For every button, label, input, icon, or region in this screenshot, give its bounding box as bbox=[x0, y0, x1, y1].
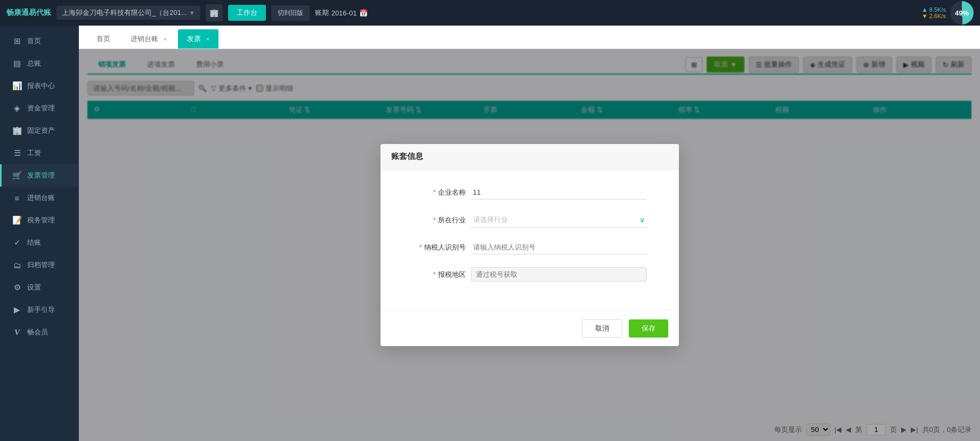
company-name: 上海卯金刀电子科技有限公司_（台201... bbox=[62, 8, 187, 18]
cancel-button[interactable]: 取消 bbox=[582, 319, 622, 338]
sidebar-item-home[interactable]: ⊞ 首页 bbox=[0, 30, 79, 52]
sidebar-item-finance[interactable]: ◈ 资金管理 bbox=[0, 97, 79, 119]
tab-invoice[interactable]: 发票 × bbox=[178, 29, 218, 49]
sidebar-item-archive[interactable]: 🗂 归档管理 bbox=[0, 254, 79, 276]
sidebar-item-label: 固定资产 bbox=[27, 126, 55, 135]
account-info-modal: 账套信息 * 企业名称 * bbox=[380, 144, 679, 346]
ledger-icon: ▤ bbox=[12, 59, 22, 68]
form-row-industry: * 所在行业 请选择行业 ∨ bbox=[412, 212, 647, 228]
sidebar-item-label: 报表中心 bbox=[27, 81, 55, 91]
company-selector[interactable]: 上海卯金刀电子科技有限公司_（台201... ▼ bbox=[56, 6, 200, 20]
archive-icon: 🗂 bbox=[12, 261, 22, 270]
sidebar-item-label: 设置 bbox=[27, 283, 41, 292]
sidebar-item-label: 资金管理 bbox=[27, 103, 55, 113]
building-icon: 🏢 bbox=[209, 9, 218, 17]
tab-purchase-close[interactable]: × bbox=[164, 36, 167, 42]
sidebar-item-label: 税务管理 bbox=[27, 215, 55, 225]
app-logo: 畅康通易代账 bbox=[6, 8, 51, 18]
sidebar-item-label: 进销台账 bbox=[27, 193, 55, 203]
sidebar-item-label: 畅会员 bbox=[27, 327, 48, 337]
sidebar: ⊞ 首页 ▤ 总账 📊 报表中心 ◈ 资金管理 🏢 固定资产 ☰ 工资 🛒 发票… bbox=[0, 26, 79, 441]
finance-icon: ◈ bbox=[12, 103, 22, 113]
tax-region-input bbox=[471, 267, 647, 282]
modal-body: * 企业名称 * 所在行业 请选择行业 bbox=[380, 170, 679, 310]
assets-icon: 🏢 bbox=[12, 126, 22, 135]
sidebar-item-salary[interactable]: ☰ 工资 bbox=[0, 142, 79, 164]
modal-overlay: 账套信息 * 企业名称 * bbox=[79, 49, 980, 441]
industry-dropdown-arrow[interactable]: ∨ bbox=[639, 215, 645, 224]
sidebar-item-tax[interactable]: 📝 税务管理 bbox=[0, 209, 79, 231]
content-area: 销项发票 进项发票 费用小票 ⊞ 取票 ▼ bbox=[79, 49, 980, 441]
tab-bar: 首页 进销台账 × 发票 × bbox=[79, 26, 980, 49]
sidebar-item-assets[interactable]: 🏢 固定资产 bbox=[0, 119, 79, 142]
tab-purchase[interactable]: 进销台账 × bbox=[122, 29, 176, 49]
reports-icon: 📊 bbox=[12, 81, 22, 91]
company-icon-btn[interactable]: 🏢 bbox=[206, 4, 223, 21]
upload-speed: ▲ 8.5K/s bbox=[922, 6, 946, 13]
company-name-input[interactable] bbox=[471, 186, 647, 199]
sidebar-item-ledger[interactable]: ▤ 总账 bbox=[0, 52, 79, 75]
tab-home-label: 首页 bbox=[96, 35, 110, 43]
main-layout: ⊞ 首页 ▤ 总账 📊 报表中心 ◈ 资金管理 🏢 固定资产 ☰ 工资 🛒 发票… bbox=[0, 26, 980, 441]
tax-id-input[interactable] bbox=[471, 240, 647, 254]
tab-purchase-label: 进销台账 bbox=[131, 35, 158, 43]
home-icon: ⊞ bbox=[12, 36, 22, 46]
sidebar-item-label: 首页 bbox=[27, 36, 41, 46]
topbar: 畅康通易代账 上海卯金刀电子科技有限公司_（台201... ▼ 🏢 工作台 切到… bbox=[0, 0, 980, 26]
sidebar-item-settings[interactable]: ⚙ 设置 bbox=[0, 276, 79, 299]
calendar-icon[interactable]: 📅 bbox=[359, 9, 368, 17]
network-stats: ▲ 8.5K/s ▼ 2.6K/s bbox=[922, 6, 946, 19]
tab-invoice-close[interactable]: × bbox=[206, 36, 209, 42]
member-icon: V bbox=[12, 328, 22, 337]
sidebar-item-label: 结账 bbox=[27, 238, 41, 247]
salary-icon: ☰ bbox=[12, 148, 22, 158]
industry-select[interactable]: 请选择行业 ∨ bbox=[471, 212, 647, 228]
period-label: 账期 bbox=[315, 8, 329, 18]
cpu-percent-circle: 49% bbox=[950, 1, 974, 25]
sidebar-item-label: 归档管理 bbox=[27, 260, 55, 270]
settle-icon: ✓ bbox=[12, 238, 22, 247]
tax-icon: 📝 bbox=[12, 215, 22, 225]
tax-id-label: * 纳税人识别号 bbox=[412, 243, 466, 252]
switch-old-button[interactable]: 切到旧版 bbox=[271, 5, 310, 21]
sidebar-item-invoice[interactable]: 🛒 发票管理 bbox=[0, 164, 79, 187]
form-row-tax-id: * 纳税人识别号 bbox=[412, 240, 647, 254]
workbench-button[interactable]: 工作台 bbox=[228, 5, 266, 21]
tab-invoice-label: 发票 bbox=[187, 35, 201, 43]
sidebar-item-label: 新手引导 bbox=[27, 305, 55, 315]
sidebar-item-settle[interactable]: ✓ 结账 bbox=[0, 231, 79, 254]
industry-label: * 所在行业 bbox=[412, 215, 466, 225]
form-row-tax-region: * 报税地区 bbox=[412, 267, 647, 282]
sidebar-item-label: 发票管理 bbox=[27, 171, 55, 180]
modal-title: 账套信息 bbox=[380, 144, 679, 170]
save-button[interactable]: 保存 bbox=[629, 319, 668, 338]
settings-icon: ⚙ bbox=[12, 283, 22, 292]
period-value: 2016-01 bbox=[331, 9, 357, 17]
sidebar-item-purchase[interactable]: ≡ 进销台账 bbox=[0, 187, 79, 209]
industry-placeholder: 请选择行业 bbox=[473, 215, 639, 224]
tax-region-label: * 报税地区 bbox=[412, 270, 466, 279]
main-area: 首页 进销台账 × 发票 × 销项发票 进项发票 bbox=[79, 26, 980, 441]
period-display: 账期 2016-01 📅 bbox=[315, 8, 368, 18]
sidebar-item-member[interactable]: V 畅会员 bbox=[0, 321, 79, 343]
invoice-icon: 🛒 bbox=[12, 171, 22, 180]
form-row-company-name: * 企业名称 bbox=[412, 186, 647, 199]
topbar-right: ▲ 8.5K/s ▼ 2.6K/s 49% bbox=[922, 1, 974, 25]
download-speed: ▼ 2.6K/s bbox=[922, 13, 946, 19]
sidebar-item-label: 工资 bbox=[27, 148, 41, 158]
company-name-label: * 企业名称 bbox=[412, 188, 466, 197]
company-dropdown-arrow: ▼ bbox=[189, 10, 195, 16]
purchase-icon: ≡ bbox=[12, 194, 22, 203]
tab-home[interactable]: 首页 bbox=[87, 29, 119, 49]
guide-icon: ▶ bbox=[12, 305, 22, 315]
sidebar-item-reports[interactable]: 📊 报表中心 bbox=[0, 75, 79, 97]
sidebar-item-guide[interactable]: ▶ 新手引导 bbox=[0, 299, 79, 321]
modal-footer: 取消 保存 bbox=[380, 310, 679, 346]
sidebar-item-label: 总账 bbox=[27, 59, 41, 68]
